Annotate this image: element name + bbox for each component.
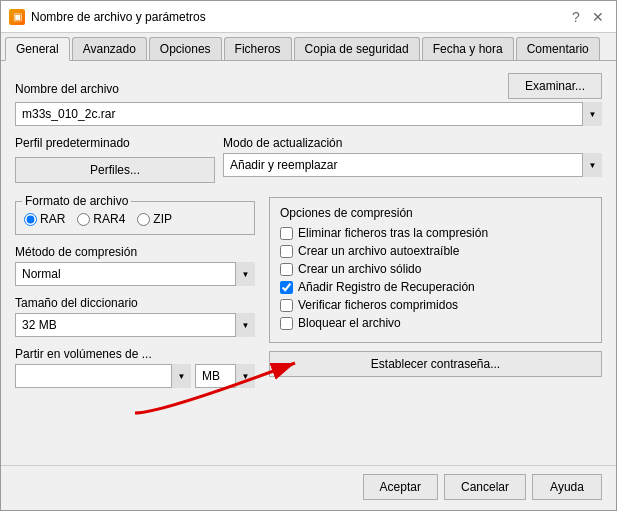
title-bar-left: ▣ Nombre de archivo y parámetros — [9, 9, 206, 25]
tab-fecha[interactable]: Fecha y hora — [422, 37, 514, 60]
option-lock[interactable]: Bloquear el archivo — [280, 316, 591, 330]
dictionary-label: Tamaño del diccionario — [15, 296, 255, 310]
app-icon: ▣ — [9, 9, 25, 25]
volumes-unit-select[interactable]: MB — [195, 364, 255, 388]
profile-label: Perfil predeterminado — [15, 136, 215, 150]
format-zip[interactable]: ZIP — [137, 212, 172, 226]
main-window: ▣ Nombre de archivo y parámetros ? ✕ Gen… — [0, 0, 617, 511]
tab-comentario[interactable]: Comentario — [516, 37, 600, 60]
compression-options-section: Opciones de compresión Eliminar ficheros… — [269, 197, 602, 343]
option-eliminar-label: Eliminar ficheros tras la compresión — [298, 226, 488, 240]
compression-section: Método de compresión Normal ▼ — [15, 245, 255, 286]
password-section: Establecer contraseña... — [269, 351, 602, 377]
profiles-button[interactable]: Perfiles... — [15, 157, 215, 183]
option-recovery-check[interactable] — [280, 281, 293, 294]
help-button[interactable]: ? — [566, 7, 586, 27]
format-rar[interactable]: RAR — [24, 212, 65, 226]
compression-options-label: Opciones de compresión — [280, 206, 591, 220]
option-eliminar[interactable]: Eliminar ficheros tras la compresión — [280, 226, 591, 240]
option-recovery[interactable]: Añadir Registro de Recuperación — [280, 280, 591, 294]
option-verify[interactable]: Verificar ficheros comprimidos — [280, 298, 591, 312]
volumes-value-select[interactable] — [15, 364, 191, 388]
format-rar4-label: RAR4 — [93, 212, 125, 226]
tab-opciones[interactable]: Opciones — [149, 37, 222, 60]
volumes-row: ▼ MB ▼ — [15, 364, 255, 388]
option-verify-check[interactable] — [280, 299, 293, 312]
update-mode-select[interactable]: Añadir y reemplazar — [223, 153, 602, 177]
filename-select[interactable]: m33s_010_2c.rar — [15, 102, 602, 126]
option-solid[interactable]: Crear un archivo sólido — [280, 262, 591, 276]
tab-general[interactable]: General — [5, 37, 70, 61]
option-verify-label: Verificar ficheros comprimidos — [298, 298, 458, 312]
title-bar-controls: ? ✕ — [566, 7, 608, 27]
tab-content: Nombre del archivo Examinar... m33s_010_… — [1, 61, 616, 465]
action-buttons: Aceptar Cancelar Ayuda — [1, 465, 616, 510]
format-rar4-radio[interactable] — [77, 213, 90, 226]
tab-bar: General Avanzado Opciones Ficheros Copia… — [1, 33, 616, 61]
aceptar-button[interactable]: Aceptar — [363, 474, 438, 500]
compression-method-label: Método de compresión — [15, 245, 255, 259]
window-title: Nombre de archivo y parámetros — [31, 10, 206, 24]
password-button[interactable]: Establecer contraseña... — [269, 351, 602, 377]
right-column: Opciones de compresión Eliminar ficheros… — [269, 193, 602, 398]
profile-update-row: Perfil predeterminado Perfiles... Modo d… — [15, 136, 602, 183]
option-eliminar-check[interactable] — [280, 227, 293, 240]
option-autoextract[interactable]: Crear un archivo autoextraíble — [280, 244, 591, 258]
cancelar-button[interactable]: Cancelar — [444, 474, 526, 500]
format-zip-radio[interactable] — [137, 213, 150, 226]
format-radio-group: RAR RAR4 ZIP — [24, 212, 246, 226]
compression-method-select[interactable]: Normal — [15, 262, 255, 286]
dictionary-select[interactable]: 32 MB — [15, 313, 255, 337]
title-bar: ▣ Nombre de archivo y parámetros ? ✕ — [1, 1, 616, 33]
main-columns: Formato de archivo RAR RAR4 ZIP — [15, 193, 602, 398]
volumes-section: Partir en volúmenes de ... ▼ MB — [15, 347, 255, 388]
option-solid-label: Crear un archivo sólido — [298, 262, 421, 276]
close-button[interactable]: ✕ — [588, 7, 608, 27]
option-lock-check[interactable] — [280, 317, 293, 330]
tab-ficheros[interactable]: Ficheros — [224, 37, 292, 60]
option-autoextract-check[interactable] — [280, 245, 293, 258]
option-lock-label: Bloquear el archivo — [298, 316, 401, 330]
option-solid-check[interactable] — [280, 263, 293, 276]
update-mode-label: Modo de actualización — [223, 136, 602, 150]
ayuda-button[interactable]: Ayuda — [532, 474, 602, 500]
filename-label: Nombre del archivo — [15, 82, 119, 96]
format-zip-label: ZIP — [153, 212, 172, 226]
format-rar-label: RAR — [40, 212, 65, 226]
option-recovery-label: Añadir Registro de Recuperación — [298, 280, 475, 294]
format-section: Formato de archivo RAR RAR4 ZIP — [15, 201, 255, 235]
format-rar4[interactable]: RAR4 — [77, 212, 125, 226]
left-column: Formato de archivo RAR RAR4 ZIP — [15, 193, 255, 398]
option-autoextract-label: Crear un archivo autoextraíble — [298, 244, 459, 258]
filename-section: Nombre del archivo Examinar... m33s_010_… — [15, 73, 602, 126]
dictionary-section: Tamaño del diccionario 32 MB ▼ — [15, 296, 255, 337]
format-label: Formato de archivo — [22, 194, 131, 208]
format-rar-radio[interactable] — [24, 213, 37, 226]
volumes-label: Partir en volúmenes de ... — [15, 347, 255, 361]
tab-avanzado[interactable]: Avanzado — [72, 37, 147, 60]
tab-copia[interactable]: Copia de seguridad — [294, 37, 420, 60]
examinar-button[interactable]: Examinar... — [508, 73, 602, 99]
